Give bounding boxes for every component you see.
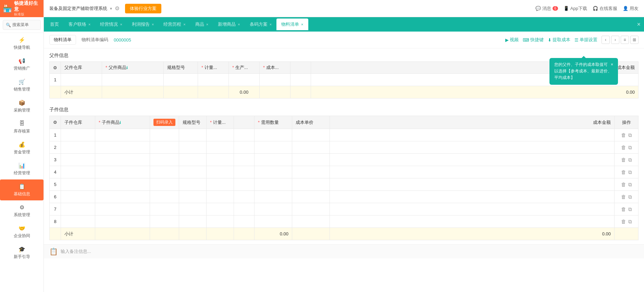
child-row8-spec[interactable]: [179, 215, 207, 228]
child-row6-product[interactable]: [95, 191, 150, 203]
parent-row1-product[interactable]: [102, 74, 164, 86]
delete-icon[interactable]: 🗑: [621, 194, 626, 200]
breadcrumb-tab1[interactable]: 物料清单: [49, 35, 76, 45]
navtab-bom[interactable]: 物料清单 ×: [276, 19, 308, 30]
parent-col-settings[interactable]: ⚙: [50, 62, 61, 74]
navtab-bom-close[interactable]: ×: [301, 22, 303, 26]
single-settings-action[interactable]: ☰ 单据设置: [574, 37, 597, 43]
sidebar-item-cooperation[interactable]: 🤝 企业协同: [0, 221, 44, 242]
sidebar-item-marketing[interactable]: 📢 营销推广: [0, 54, 44, 75]
sidebar-item-inventory[interactable]: 🗄 库存核算: [0, 117, 44, 138]
child-row6-warehouse[interactable]: [61, 191, 95, 203]
child-row3-warehouse[interactable]: [61, 154, 95, 166]
sidebar-item-system[interactable]: ⚙ 系统管理: [0, 200, 44, 221]
child-row4-qty[interactable]: [255, 166, 292, 178]
delete-icon[interactable]: 🗑: [621, 157, 626, 163]
child-row1-qty[interactable]: [255, 129, 292, 141]
child-row3-measure[interactable]: [207, 154, 234, 166]
navtab-profit-close[interactable]: ×: [152, 22, 154, 26]
sidebar-item-basic[interactable]: 📋 基础信息: [0, 179, 44, 200]
child-row5-unitcost[interactable]: [292, 178, 330, 191]
video-action[interactable]: ▶ 视频: [505, 37, 519, 43]
navtab-home[interactable]: 首页: [45, 19, 64, 30]
trial-button[interactable]: 体验行业方案: [125, 4, 161, 13]
search-menu-button[interactable]: 🔍 搜索菜单: [3, 20, 41, 30]
child-row6-qty[interactable]: [255, 191, 292, 203]
copy-icon[interactable]: ⧉: [628, 182, 632, 188]
child-row1-product[interactable]: [95, 129, 150, 141]
extract-cost-action[interactable]: ⬇ 提取成本: [548, 37, 570, 43]
child-row3-spec[interactable]: [179, 154, 207, 166]
delete-icon[interactable]: 🗑: [621, 169, 626, 175]
message-item[interactable]: 💬 消息 6: [535, 5, 558, 12]
shortcut-action[interactable]: ⌨ 快捷键: [523, 37, 544, 43]
child-row3-unitcost[interactable]: [292, 154, 330, 166]
child-row3-qty[interactable]: [255, 154, 292, 166]
copy-icon[interactable]: ⧉: [628, 194, 632, 200]
child-row1-measure[interactable]: [207, 129, 234, 141]
navtab-product-close[interactable]: ×: [206, 22, 208, 26]
sidebar-item-operation[interactable]: 📊 经营管理: [0, 159, 44, 179]
navtab-barcode-close[interactable]: ×: [270, 22, 272, 26]
child-row2-warehouse[interactable]: [61, 141, 95, 154]
child-row8-warehouse[interactable]: [61, 215, 95, 228]
child-row4-spec[interactable]: [179, 166, 207, 178]
sidebar-item-purchase[interactable]: 📦 采购管理: [0, 96, 44, 117]
child-row7-measure[interactable]: [207, 203, 234, 215]
close-all-tabs[interactable]: ×: [635, 21, 643, 28]
child-row5-measure[interactable]: [207, 178, 234, 191]
child-row6-measure[interactable]: [207, 191, 234, 203]
parent-row1-measure[interactable]: [198, 74, 229, 86]
child-row2-spec[interactable]: [179, 141, 207, 154]
sidebar-item-guide[interactable]: 🎓 新手引导: [0, 242, 44, 263]
child-row1-spec[interactable]: [179, 129, 207, 141]
child-row1-warehouse[interactable]: [61, 129, 95, 141]
copy-icon[interactable]: ⧉: [628, 144, 632, 151]
child-row6-spec[interactable]: [179, 191, 207, 203]
parent-row1-spec[interactable]: [164, 74, 198, 86]
child-row7-spec[interactable]: [179, 203, 207, 215]
child-row5-qty[interactable]: [255, 178, 292, 191]
note-placeholder[interactable]: 输入备注信息...: [61, 248, 91, 255]
child-row2-qty[interactable]: [255, 141, 292, 154]
online-service-item[interactable]: 🎧 在线客服: [593, 5, 617, 12]
child-row2-product[interactable]: [95, 141, 150, 154]
child-row5-warehouse[interactable]: [61, 178, 95, 191]
navtab-profit[interactable]: 利润报告 ×: [127, 19, 159, 30]
child-row2-measure[interactable]: [207, 141, 234, 154]
delete-icon[interactable]: 🗑: [621, 144, 626, 150]
navtab-new-product[interactable]: 新增商品 ×: [213, 19, 245, 30]
nav-next-button[interactable]: ›: [611, 36, 619, 44]
child-row8-unitcost[interactable]: [292, 215, 330, 228]
child-row5-product[interactable]: [95, 178, 150, 191]
delete-icon[interactable]: 🗑: [621, 206, 626, 212]
settings-gear-icon[interactable]: ⚙: [115, 5, 120, 12]
tooltip-close-button[interactable]: ×: [611, 61, 613, 68]
copy-icon[interactable]: ⧉: [628, 169, 632, 175]
navtab-history-close[interactable]: ×: [183, 22, 185, 26]
child-row4-product[interactable]: [95, 166, 150, 178]
navtab-operation-close[interactable]: ×: [120, 22, 122, 26]
parent-row1-cost[interactable]: [260, 74, 290, 86]
child-row4-warehouse[interactable]: [61, 166, 95, 178]
child-row1-unitcost[interactable]: [292, 129, 330, 141]
child-row4-measure[interactable]: [207, 166, 234, 178]
copy-icon[interactable]: ⧉: [628, 219, 632, 225]
child-row8-measure[interactable]: [207, 215, 234, 228]
navtab-barcode[interactable]: 条码方案 ×: [245, 19, 276, 30]
nav-list-button[interactable]: ≡: [621, 36, 629, 44]
navtab-operation-status[interactable]: 经营情况 ×: [95, 19, 127, 30]
nav-expand-button[interactable]: ⊞: [630, 36, 639, 44]
copy-icon[interactable]: ⧉: [628, 206, 632, 212]
copy-icon[interactable]: ⧉: [628, 157, 632, 163]
child-row7-product[interactable]: [95, 203, 150, 215]
child-row7-unitcost[interactable]: [292, 203, 330, 215]
child-row5-spec[interactable]: [179, 178, 207, 191]
copy-icon[interactable]: ⧉: [628, 132, 632, 138]
delete-icon[interactable]: 🗑: [621, 219, 626, 224]
navtab-history[interactable]: 经营历程 ×: [159, 19, 190, 30]
child-row7-warehouse[interactable]: [61, 203, 95, 215]
parent-row1-produce[interactable]: [229, 74, 260, 86]
navtab-customer-close[interactable]: ×: [88, 22, 90, 26]
delete-icon[interactable]: 🗑: [621, 132, 626, 138]
